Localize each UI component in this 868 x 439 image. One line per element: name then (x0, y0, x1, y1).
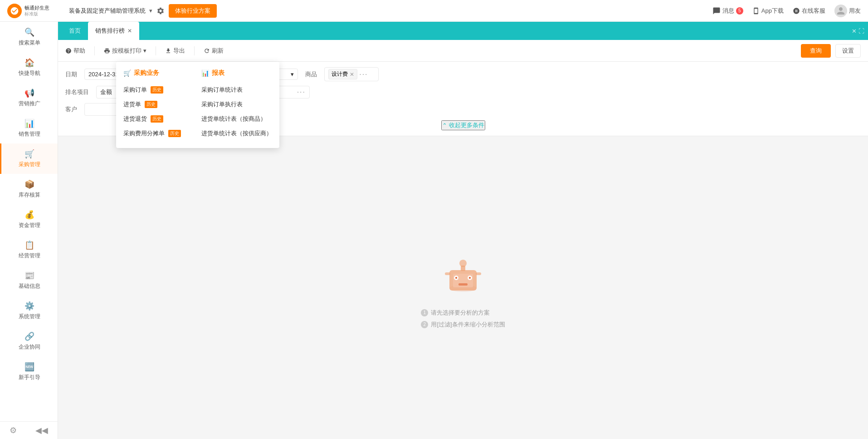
industry-button[interactable]: 体验行业方案 (169, 4, 217, 18)
print-button[interactable]: 按模板打印 ▾ (104, 47, 146, 55)
history-badge-4: 历史 (168, 130, 181, 137)
tip-row-1: 1 请先选择要分析的方案 (421, 307, 505, 319)
sidebar-item-basic-info[interactable]: 📰 基础信息 (0, 265, 58, 296)
goods-tag-remove[interactable]: ✕ (350, 71, 354, 78)
top-right-actions: 消息 5 App下载 在线客服 用友 (712, 5, 861, 17)
sidebar-item-operations[interactable]: 📋 经营管理 (0, 235, 58, 265)
tab-bar: 首页 销售排行榜 ✕ ✕ ⛶ (58, 22, 868, 40)
export-button[interactable]: 导出 (165, 47, 185, 55)
tab-close-all-button[interactable]: ✕ ⛶ (852, 28, 864, 35)
system-title-area: 装备及固定资产辅助管理系统 ▾ (69, 6, 165, 15)
purchase-return-item[interactable]: 进货退货 历史 (123, 112, 194, 126)
separator2 (156, 46, 156, 55)
refresh-button[interactable]: 刷新 (204, 47, 224, 55)
top-bar: 畅通好生意 标准版 装备及固定资产辅助管理系统 ▾ 体验行业方案 消息 5 Ap (0, 0, 868, 22)
enterprise-icon: 🔗 (24, 331, 34, 341)
search-icon: 🔍 (24, 27, 34, 37)
query-button[interactable]: 查询 (801, 44, 831, 58)
empty-tips: 1 请先选择要分析的方案 2 用[过滤]条件来缩小分析范围 (421, 307, 505, 330)
goods-filter-more[interactable]: ··· (359, 70, 368, 79)
system-icon: ⚙️ (24, 301, 34, 311)
sidebar-settings-btn[interactable]: ⚙ (10, 425, 17, 435)
tab-close-button[interactable]: ✕ (127, 28, 132, 34)
tab-sales-rank[interactable]: 销售排行榜 ✕ (88, 22, 139, 40)
separator3 (194, 46, 195, 55)
inventory-icon: 📦 (24, 179, 34, 189)
customer-filter-label: 客户 (65, 105, 77, 113)
operations-icon: 📋 (24, 240, 34, 250)
sidebar-bottom: ⚙ ◀◀ (0, 421, 58, 439)
sidebar-item-enterprise[interactable]: 🔗 企业协同 (0, 326, 58, 356)
date-filter-label: 日期 (65, 70, 77, 79)
finance-icon: 💰 (24, 210, 34, 220)
salesperson-filter-dots[interactable]: ··· (297, 88, 306, 96)
purchase-business-section: 🛒 采购业务 采购订单 历史 进货单 历史 进货退货 历史 (123, 69, 194, 141)
report-order-exec-item[interactable]: 采购订单执行表 (201, 97, 272, 112)
sidebar-item-system[interactable]: ⚙️ 系统管理 (0, 296, 58, 326)
sidebar-item-nav[interactable]: 🏠 快捷导航 (0, 52, 58, 83)
date-value: 2024-12-31 (88, 71, 119, 78)
sidebar-collapse-btn[interactable]: ◀◀ (35, 425, 48, 435)
app-download-button[interactable]: App下载 (752, 7, 784, 15)
title-dropdown-icon[interactable]: ▾ (149, 7, 152, 14)
report-order-stat-item[interactable]: 采购订单统计表 (201, 83, 272, 97)
online-service-button[interactable]: 在线客服 (793, 7, 825, 15)
tab-home[interactable]: 首页 (62, 22, 88, 40)
main-layout: 🔍 搜索菜单 🏠 快捷导航 📢 营销推广 📊 销售管理 🛒 采购管理 📦 (0, 22, 868, 439)
avatar (834, 5, 847, 17)
content-area: 首页 销售排行榜 ✕ ✕ ⛶ 帮助 (58, 22, 868, 439)
svg-point-9 (459, 260, 467, 267)
settings-button[interactable]: 设置 (835, 44, 861, 58)
logo-text: 畅通好生意 标准版 (24, 5, 49, 17)
svg-rect-7 (458, 283, 468, 286)
report-inbound-supplier-item[interactable]: 进货单统计表（按供应商） (201, 126, 272, 141)
tip-num-1: 1 (421, 309, 428, 316)
svg-point-6 (469, 277, 471, 279)
history-badge-3: 历史 (151, 115, 163, 123)
separator1 (94, 46, 95, 55)
logo-area: 畅通好生意 标准版 (7, 4, 65, 18)
svg-rect-11 (476, 272, 481, 275)
sidebar-item-inventory[interactable]: 📦 库存核算 (0, 174, 58, 204)
user-button[interactable]: 用友 (834, 5, 861, 17)
report-section: 📊 报表 采购订单统计表 采购订单执行表 进货单统计表（按商品） 进货单统计表（… (201, 69, 272, 141)
purchase-inbound-item[interactable]: 进货单 历史 (123, 97, 194, 112)
info-icon: 📰 (24, 271, 34, 281)
sidebar-item-purchase[interactable]: 🛒 采购管理 (0, 143, 58, 174)
purchase-order-item[interactable]: 采购订单 历史 (123, 83, 194, 97)
logo-icon (7, 4, 22, 18)
main-content: 1 请先选择要分析的方案 2 用[过滤]条件来缩小分析范围 (58, 136, 868, 439)
purchase-icon: 🛒 (24, 149, 34, 159)
purchase-dropdown-menu: 🛒 采购业务 采购订单 历史 进货单 历史 进货退货 历史 (116, 62, 279, 148)
goods-tag: 设计费 ✕ (328, 69, 357, 79)
collapse-button[interactable]: ⌃ 收起更多条件 (441, 120, 485, 130)
rank-filter-label: 排名项目 (65, 88, 89, 96)
settings-icon[interactable] (156, 6, 165, 15)
empty-state: 1 请先选择要分析的方案 2 用[过滤]条件来缩小分析范围 (421, 245, 505, 330)
sidebar-item-sales[interactable]: 📊 销售管理 (0, 113, 58, 143)
system-title-text: 装备及固定资产辅助管理系统 (69, 7, 146, 15)
sales-icon: 📊 (24, 118, 34, 128)
help-button[interactable]: 帮助 (65, 47, 85, 55)
empty-icon (436, 245, 490, 300)
message-button[interactable]: 消息 5 (712, 7, 743, 15)
sidebar-item-finance[interactable]: 💰 资金管理 (0, 204, 58, 235)
svg-rect-10 (445, 272, 450, 275)
history-badge: 历史 (151, 86, 163, 94)
goods-filter-label: 商品 (305, 70, 317, 79)
home-icon: 🏠 (24, 58, 34, 68)
history-badge-2: 历史 (145, 101, 157, 108)
guide-icon: 🆕 (24, 362, 34, 372)
megaphone-icon: 📢 (24, 88, 34, 98)
tip-row-2: 2 用[过滤]条件来缩小分析范围 (421, 319, 505, 330)
purchase-expense-item[interactable]: 采购费用分摊单 历史 (123, 126, 194, 141)
sidebar-item-marketing[interactable]: 📢 营销推广 (0, 83, 58, 113)
sidebar-item-guide[interactable]: 🆕 新手引导 (0, 356, 58, 387)
sidebar-item-search[interactable]: 🔍 搜索菜单 (0, 22, 58, 52)
svg-point-5 (455, 277, 457, 279)
sidebar: 🔍 搜索菜单 🏠 快捷导航 📢 营销推广 📊 销售管理 🛒 采购管理 📦 (0, 22, 58, 439)
app-container: 畅通好生意 标准版 装备及固定资产辅助管理系统 ▾ 体验行业方案 消息 5 Ap (0, 0, 868, 439)
report-inbound-goods-item[interactable]: 进货单统计表（按商品） (201, 112, 272, 126)
purchase-section-title: 🛒 采购业务 (123, 69, 194, 77)
toolbar: 帮助 按模板打印 ▾ 导出 刷新 查 (58, 40, 868, 62)
